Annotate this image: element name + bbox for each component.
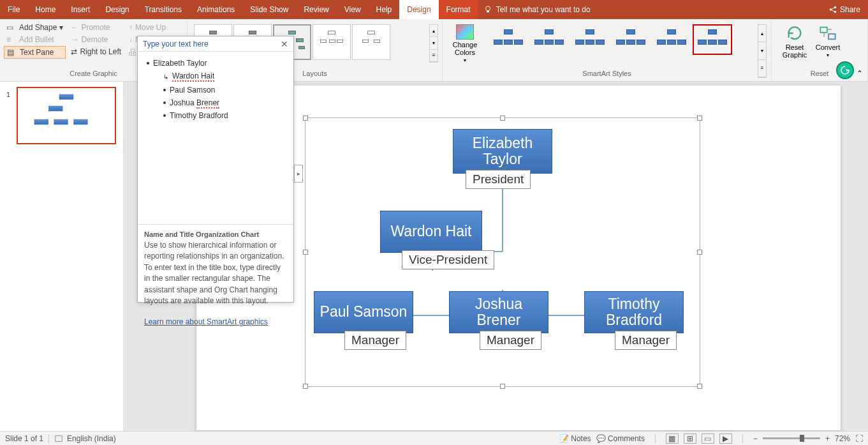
org-title-mgr3[interactable]: Manager (615, 331, 677, 350)
org-node-mgr1[interactable]: Paul Samson (314, 291, 413, 333)
spellcheck-icon[interactable] (54, 434, 63, 443)
zoom-slider-thumb[interactable] (800, 435, 804, 442)
org-title-president[interactable]: President (466, 170, 531, 189)
layouts-scroll-down[interactable]: ▾ (430, 37, 438, 49)
convert-label: Convert (816, 43, 841, 51)
tab-slideshow[interactable]: Slide Show (242, 0, 296, 19)
view-reading-button[interactable]: ▭ (702, 434, 714, 444)
demote-button[interactable]: →Demote (68, 34, 124, 45)
svg-rect-6 (828, 34, 835, 39)
convert-button[interactable]: Convert ▾ (814, 24, 842, 58)
status-slide-count[interactable]: Slide 1 of 1 (5, 434, 43, 443)
tab-transitions[interactable]: Transitions (137, 0, 189, 19)
zoom-slider[interactable] (763, 437, 820, 439)
add-bullet-button[interactable]: ≡Add Bullet (4, 34, 66, 45)
bullet-icon (163, 102, 166, 104)
smartart-learn-more-link[interactable]: Learn more about SmartArt graphics (144, 317, 268, 326)
dropdown-icon: ▾ (827, 52, 829, 58)
styles-scroll-down[interactable]: ▾ (758, 42, 766, 59)
change-colors-button[interactable]: Change Colors ▾ (446, 22, 483, 63)
tell-me-search[interactable]: Tell me what you want to do (483, 5, 591, 14)
assistant-arrow-icon: ↳ (163, 73, 168, 80)
ribbon-content: ▭Add Shape ▾ ≡Add Bullet ▤Text Pane ←Pro… (0, 19, 868, 82)
style-option-4[interactable] (611, 24, 651, 55)
text-pane-item-2[interactable]: ↳Wardon Hait (147, 70, 284, 84)
text-pane-info-title: Name and Title Organization Chart (144, 230, 259, 238)
org-title-mgr1[interactable]: Manager (344, 331, 406, 350)
rtl-icon: ⇄ (71, 47, 77, 56)
layout-option-4[interactable] (313, 24, 351, 60)
svg-rect-5 (820, 27, 827, 33)
thumbnail-number: 1 (6, 91, 10, 98)
add-shape-button[interactable]: ▭Add Shape ▾ (4, 22, 66, 33)
share-button[interactable]: Share (828, 5, 860, 14)
styles-scroll-up[interactable]: ▴ (758, 25, 766, 42)
tab-file[interactable]: File (0, 0, 27, 19)
style-option-6-selected[interactable] (693, 24, 732, 55)
reset-graphic-button[interactable]: Reset Graphic (781, 24, 809, 59)
promote-button[interactable]: ←Promote (68, 22, 124, 33)
text-pane-item-1[interactable]: Elizabeth Taylor (147, 57, 284, 70)
org-node-vp[interactable]: Wardon Hait (380, 211, 482, 253)
status-language[interactable]: English (India) (67, 434, 116, 443)
bullet-icon (163, 89, 166, 91)
styles-more[interactable]: ≡ (758, 60, 766, 77)
tell-me-label: Tell me what you want to do (496, 5, 591, 14)
tab-review[interactable]: Review (296, 0, 336, 19)
tab-help[interactable]: Help (369, 0, 400, 19)
group-label-styles: SmartArt Styles (446, 70, 767, 79)
tab-view[interactable]: View (337, 0, 369, 19)
org-title-vp[interactable]: Vice-President (402, 250, 494, 269)
layout-option-5[interactable] (352, 24, 390, 60)
zoom-percent[interactable]: 72% (835, 434, 850, 443)
tab-home[interactable]: Home (27, 0, 63, 19)
arrow-right-icon: → (71, 35, 78, 44)
convert-icon (819, 24, 837, 42)
text-pane-item-5[interactable]: Timothy Bradford (147, 109, 284, 122)
ribbon-tabs: File Home Insert Design Transitions Anim… (0, 0, 868, 19)
layout-icon: 品 (129, 47, 136, 58)
status-notes-button[interactable]: 📝 Notes (559, 434, 591, 443)
slide-thumbnail-1[interactable] (17, 87, 116, 144)
arrow-left-icon: ← (71, 23, 78, 32)
style-option-1[interactable] (489, 24, 528, 55)
layouts-scroll-up[interactable]: ▴ (430, 25, 438, 37)
dropdown-icon: ▾ (59, 23, 63, 32)
rtl-button[interactable]: ⇄Right to Left (68, 46, 124, 57)
text-pane-toggle[interactable]: ▸ (294, 165, 303, 183)
org-node-president[interactable]: Elizabeth Taylor (453, 129, 552, 174)
tab-insert[interactable]: Insert (63, 0, 98, 19)
style-option-2[interactable] (529, 24, 569, 55)
tab-animations[interactable]: Animations (189, 0, 242, 19)
text-pane-body[interactable]: Elizabeth Taylor ↳Wardon Hait Paul Samso… (138, 52, 293, 224)
view-slideshow-button[interactable]: ▶ (719, 434, 732, 444)
view-sorter-button[interactable]: ⊞ (684, 434, 696, 444)
view-normal-button[interactable]: ▦ (666, 434, 679, 444)
collapse-ribbon-button[interactable]: ⌃ (855, 68, 865, 79)
text-pane-close-button[interactable]: ✕ (281, 39, 288, 49)
tab-smartart-design[interactable]: Design (399, 0, 438, 19)
styles-scroller: ▴ ▾ ≡ (758, 24, 767, 78)
grammarly-badge[interactable] (836, 61, 854, 79)
fit-to-window-button[interactable]: ⛶ (855, 434, 863, 443)
text-pane-icon: ▤ (7, 48, 17, 57)
status-comments-button[interactable]: 💬 Comments (596, 434, 645, 443)
reset-label: Reset Graphic (781, 43, 809, 59)
org-node-mgr3[interactable]: Timothy Bradford (584, 291, 684, 333)
zoom-in-button[interactable]: + (825, 434, 830, 443)
arrow-down-icon: ↓ (129, 35, 133, 44)
text-pane-item-3[interactable]: Paul Samson (147, 84, 284, 96)
tab-design-main[interactable]: Design (98, 0, 136, 19)
org-node-mgr2[interactable]: Joshua Brener (449, 291, 548, 333)
org-title-mgr2[interactable]: Manager (480, 331, 541, 350)
editor-area: 1 (0, 82, 868, 431)
tab-smartart-format[interactable]: Format (439, 0, 478, 19)
move-up-button[interactable]: ↑Move Up (126, 22, 178, 33)
style-option-5[interactable] (652, 24, 691, 55)
zoom-out-button[interactable]: − (753, 434, 758, 443)
status-bar: Slide 1 of 1 English (India) 📝 Notes 💬 C… (0, 431, 868, 445)
text-pane-item-4[interactable]: Joshua Brener (147, 96, 284, 109)
text-pane-button[interactable]: ▤Text Pane (4, 46, 66, 59)
style-option-3[interactable] (570, 24, 610, 55)
layouts-more[interactable]: ≡ (430, 50, 438, 62)
